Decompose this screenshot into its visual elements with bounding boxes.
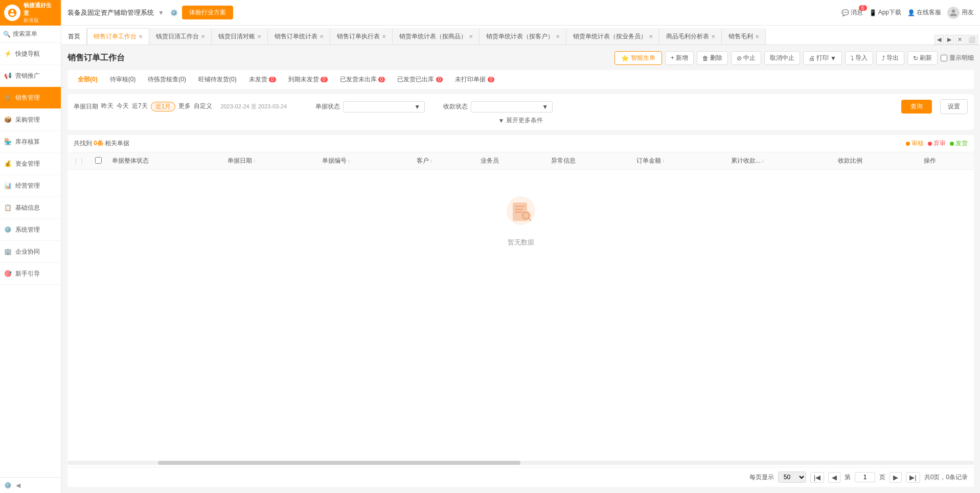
ship-action[interactable]: 发货: [950, 139, 968, 148]
topbar-dropdown-arrow[interactable]: ▼: [158, 9, 164, 16]
stop-button[interactable]: ⊘ 中止: [731, 51, 761, 65]
cancel-review-action[interactable]: 弃审: [928, 139, 946, 148]
topbar-settings-icon[interactable]: ⚙️: [170, 9, 178, 16]
tab-close-icon[interactable]: ✕: [755, 34, 759, 39]
per-page-select[interactable]: 50 20 100: [778, 472, 806, 483]
expand-more[interactable]: ▼ 展开更多条件: [74, 116, 968, 125]
th-amount[interactable]: 订单金额 ↕: [631, 152, 726, 170]
print-button[interactable]: 🖨 打印 ▼: [803, 51, 842, 65]
show-detail-label[interactable]: 显示明细: [941, 54, 974, 62]
tab-close-icon[interactable]: ✕: [320, 34, 324, 39]
date-yesterday[interactable]: 昨天: [101, 102, 113, 111]
tab-sales-exec[interactable]: 销售订单执行表 ✕: [330, 28, 393, 44]
horizontal-scrollbar[interactable]: [67, 461, 974, 465]
sidebar-item-inventory[interactable]: 🏪 库存核算: [0, 131, 61, 153]
th-collected[interactable]: 累计收款... ↕: [726, 152, 833, 170]
sidebar-item-basic[interactable]: 📋 基础信息: [0, 197, 61, 219]
th-date[interactable]: 单据日期 ↕: [222, 152, 317, 170]
tab-sales-profit[interactable]: 销售毛利 ✕: [722, 28, 766, 44]
sidebar-search[interactable]: 🔍 搜索菜单: [0, 26, 61, 43]
user-item[interactable]: 用友: [947, 7, 974, 19]
tab-summary-staff[interactable]: 销货单统计表（按业务员） ✕: [566, 28, 659, 44]
online-service-item[interactable]: 👤 在线客服: [907, 8, 941, 17]
sidebar-item-guide[interactable]: 🎯 新手引导: [0, 263, 61, 285]
collapse-icon[interactable]: ◀: [16, 482, 20, 489]
subtab-shipped-not-wh[interactable]: 已发货未出库 0: [335, 73, 391, 86]
sidebar-item-finance[interactable]: 💰 资金管理: [0, 153, 61, 175]
subtab-overdue[interactable]: 到期未发货 0: [283, 73, 333, 86]
settings-query-button[interactable]: 设置: [940, 99, 968, 114]
tab-close-icon[interactable]: ✕: [469, 34, 473, 39]
import-icon: ⤵: [851, 55, 854, 62]
date-more[interactable]: 更多: [178, 102, 191, 111]
scrollbar-thumb[interactable]: [158, 461, 520, 465]
sidebar-item-sales[interactable]: 🛒 销售管理: [0, 87, 61, 109]
subtab-pending-review[interactable]: 待审核(0): [105, 73, 141, 86]
export-button[interactable]: ⤴ 导出: [876, 51, 904, 65]
page-number-input[interactable]: 1: [855, 472, 875, 482]
show-detail-checkbox[interactable]: [941, 55, 947, 61]
subtab-not-printed[interactable]: 未打印单据 0: [450, 73, 499, 86]
tab-close-icon[interactable]: ✕: [649, 34, 653, 39]
tab-summary-product[interactable]: 销货单统计表（按商品） ✕: [393, 28, 480, 44]
tab-maximize[interactable]: ⬜: [966, 35, 978, 44]
sidebar-item-quick[interactable]: ⚡ 快捷导航: [0, 43, 61, 65]
delete-button[interactable]: 🗑 删除: [697, 51, 728, 65]
sidebar-item-operation[interactable]: 📊 经营管理: [0, 175, 61, 197]
review-action[interactable]: 审核: [906, 139, 924, 148]
smart-generate-button[interactable]: ⭐ 智能生单: [614, 51, 662, 65]
subtab-wangpu[interactable]: 旺铺待发货(0): [193, 73, 242, 86]
sort-icon: ↕: [348, 158, 350, 164]
date-today[interactable]: 今天: [117, 102, 129, 111]
tab-close-all[interactable]: ✕: [955, 35, 965, 44]
th-check[interactable]: [90, 152, 107, 170]
page-first-btn[interactable]: |◀: [810, 472, 824, 483]
page-prev-btn[interactable]: ◀: [828, 472, 840, 483]
tab-next-arrow[interactable]: ▶: [945, 35, 954, 44]
settings-bottom-icon[interactable]: ⚙️: [4, 482, 12, 489]
tab-home[interactable]: 首页: [61, 28, 87, 44]
tab-prev-arrow[interactable]: ◀: [935, 35, 944, 44]
th-customer[interactable]: 客户 ↕: [412, 152, 476, 170]
subtab-not-shipped[interactable]: 未发货 0: [244, 73, 281, 86]
refresh-button[interactable]: ↻ 刷新: [907, 51, 938, 65]
date-1month[interactable]: 近1月: [151, 102, 176, 111]
tab-sales-stats[interactable]: 销售订单统计表 ✕: [268, 28, 330, 44]
select-all-checkbox[interactable]: [95, 157, 102, 164]
import-button[interactable]: ⤵ 导入: [845, 51, 873, 65]
th-number[interactable]: 单据编号 ↕: [317, 152, 412, 170]
main-area: 装备及固定资产辅助管理系统 ▼ ⚙️ 体验行业方案 💬 6 消息 📱 App下载…: [61, 0, 980, 493]
status-select[interactable]: ▼: [343, 101, 425, 113]
date-custom[interactable]: 自定义: [194, 102, 212, 111]
sidebar-item-system[interactable]: ⚙️ 系统管理: [0, 219, 61, 241]
sidebar-item-purchase[interactable]: 📦 采购管理: [0, 109, 61, 131]
add-button[interactable]: + 新增: [665, 51, 694, 65]
payment-select[interactable]: ▼: [471, 101, 553, 113]
query-button[interactable]: 查询: [901, 100, 932, 114]
subtab-pending-check[interactable]: 待拣货核查(0): [143, 73, 191, 86]
tab-cash-reconcile[interactable]: 钱货日清对账 ✕: [212, 28, 268, 44]
page-next-btn[interactable]: ▶: [890, 472, 902, 483]
industry-solution-button[interactable]: 体验行业方案: [182, 6, 233, 19]
message-icon-item[interactable]: 💬 6 消息: [841, 8, 863, 17]
tab-gross-margin[interactable]: 商品毛利分析表 ✕: [659, 28, 722, 44]
tab-sales-workbench[interactable]: 销售订单工作台 ✕: [87, 28, 149, 44]
subtab-shipped-wh[interactable]: 已发货已出库 0: [392, 73, 448, 86]
tab-close-icon[interactable]: ✕: [556, 34, 560, 39]
tab-close-icon[interactable]: ✕: [201, 34, 205, 39]
date-7days[interactable]: 近7天: [132, 102, 148, 111]
tab-close-icon[interactable]: ✕: [257, 34, 261, 39]
sidebar-item-enterprise[interactable]: 🏢 企业协同: [0, 241, 61, 263]
tab-summary-customer[interactable]: 销货单统计表（按客户） ✕: [480, 28, 566, 44]
page-last-btn[interactable]: ▶|: [906, 472, 920, 483]
cancel-stop-button[interactable]: 取消中止: [764, 51, 800, 65]
app-download-item[interactable]: 📱 App下载: [869, 8, 901, 17]
subtab-all[interactable]: 全部(0): [73, 73, 103, 86]
tab-close-icon[interactable]: ✕: [382, 34, 386, 39]
table-scroll-area[interactable]: ⋮⋮ 单据整体状态: [67, 152, 974, 459]
tab-close-icon[interactable]: ✕: [711, 34, 715, 39]
tabbar: 首页 销售订单工作台 ✕ 钱货日清工作台 ✕ 钱货日清对账 ✕ 销售订单统计表 …: [61, 26, 980, 45]
tab-cash-daily[interactable]: 钱货日清工作台 ✕: [149, 28, 212, 44]
tab-close-icon[interactable]: ✕: [139, 34, 143, 39]
sidebar-item-marketing[interactable]: 📢 营销推广: [0, 65, 61, 87]
